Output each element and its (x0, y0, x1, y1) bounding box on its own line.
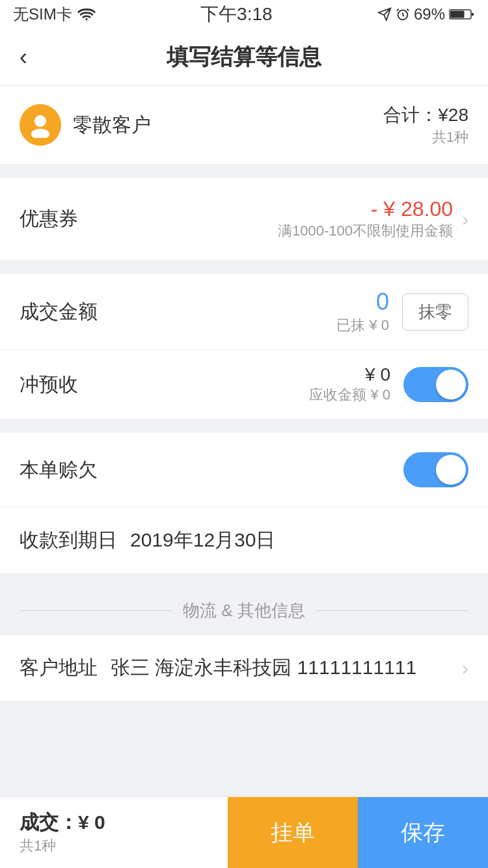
divider-4 (0, 573, 488, 586)
address-row[interactable]: 客户地址 张三 海淀永丰科技园 11111111111 › (0, 635, 488, 701)
coupon-value: - ¥ 28.00 (371, 197, 453, 221)
address-chevron-icon: › (462, 657, 468, 679)
nav-bar: ‹ 填写结算等信息 (0, 29, 488, 86)
status-time: 下午3:18 (200, 2, 273, 27)
location-icon (377, 7, 392, 21)
carrier-text: 无SIM卡 (13, 4, 72, 25)
deal-amount-value[interactable]: 0 (376, 288, 389, 316)
logistics-line-right (316, 610, 468, 611)
divider-2 (0, 261, 488, 274)
bottom-deal-info: 成交：¥ 0 (20, 809, 208, 836)
alarm-icon (396, 7, 410, 21)
deal-amount-row: 成交金额 0 已抹 ¥ 0 抹零 (0, 274, 488, 350)
wifi-icon (77, 8, 96, 21)
logistics-header: 物流 & 其他信息 (20, 599, 468, 622)
prepay-value: ¥ 0 (309, 364, 390, 385)
prepay-label: 冲预收 (20, 372, 78, 398)
page-title: 填写结算等信息 (167, 42, 321, 72)
svg-point-4 (34, 115, 46, 127)
coupon-row[interactable]: 优惠券 - ¥ 28.00 满1000-100不限制使用金额 › (0, 178, 488, 261)
divider-1 (0, 165, 488, 178)
logistics-section: 物流 & 其他信息 (0, 586, 488, 635)
prepay-sub: 应收金额 ¥ 0 (309, 385, 390, 405)
toggle-thumb-debt (436, 455, 466, 485)
back-button[interactable]: ‹ (20, 44, 27, 71)
bottom-bar: 成交：¥ 0 共1种 挂单 保存 (0, 796, 488, 868)
bottom-deal-label: 成交： (20, 811, 78, 833)
bottom-left: 成交：¥ 0 共1种 (0, 809, 228, 856)
toggle-thumb (436, 370, 466, 400)
duedate-label: 收款到期日 (20, 527, 117, 554)
customer-total: 合计：¥28 共1种 (383, 103, 468, 147)
chevron-right-icon: › (462, 208, 468, 230)
customer-name: 零散客户 (73, 112, 151, 139)
coupon-sub: 满1000-100不限制使用金额 (278, 221, 453, 241)
deal-amount-label: 成交金额 (20, 299, 98, 325)
prepay-amounts: ¥ 0 应收金额 ¥ 0 (309, 364, 390, 405)
logistics-label: 物流 & 其他信息 (183, 599, 305, 622)
debt-label: 本单赊欠 (20, 457, 98, 483)
coupon-label: 优惠券 (20, 206, 78, 232)
hold-button[interactable]: 挂单 (228, 797, 358, 869)
duedate-value: 2019年12月30日 (130, 527, 275, 554)
prepay-row: 冲预收 ¥ 0 应收金额 ¥ 0 (0, 350, 488, 420)
debt-toggle[interactable] (403, 452, 468, 487)
status-left: 无SIM卡 (13, 4, 96, 25)
total-count: 共1种 (383, 128, 468, 147)
bottom-deal-value: ¥ 0 (78, 811, 105, 833)
status-bar: 无SIM卡 下午3:18 69% (0, 0, 488, 29)
logistics-line-left (20, 610, 172, 611)
debt-row: 本单赊欠 (0, 433, 488, 508)
svg-rect-3 (450, 11, 465, 18)
bottom-count: 共1种 (20, 836, 208, 856)
prepay-right: ¥ 0 应收金额 ¥ 0 (309, 364, 468, 405)
prepay-toggle[interactable] (403, 367, 468, 402)
customer-row: 零散客户 合计：¥28 共1种 (0, 86, 488, 165)
duedate-row[interactable]: 收款到期日 2019年12月30日 (0, 508, 488, 573)
round-zero-button[interactable]: 抹零 (402, 293, 468, 331)
svg-point-0 (85, 18, 87, 20)
divider-3 (0, 420, 488, 433)
save-button[interactable]: 保存 (358, 797, 488, 869)
coupon-right: - ¥ 28.00 满1000-100不限制使用金额 › (278, 197, 468, 241)
customer-left: 零散客户 (20, 104, 151, 146)
address-value: 张三 海淀永丰科技园 11111111111 (111, 655, 462, 681)
content: 零散客户 合计：¥28 共1种 优惠券 - ¥ 28.00 满1000-100不… (0, 86, 488, 780)
status-right: 69% (377, 5, 475, 23)
battery-text: 69% (414, 5, 445, 23)
battery-icon (449, 8, 475, 21)
person-icon (27, 112, 53, 138)
deal-amount-sub: 已抹 ¥ 0 (336, 316, 389, 335)
deal-amount-right: 0 已抹 ¥ 0 抹零 (336, 288, 468, 335)
avatar (20, 104, 61, 146)
total-price: 合计：¥28 (383, 103, 468, 128)
svg-point-5 (31, 129, 49, 138)
address-label: 客户地址 (20, 655, 98, 681)
